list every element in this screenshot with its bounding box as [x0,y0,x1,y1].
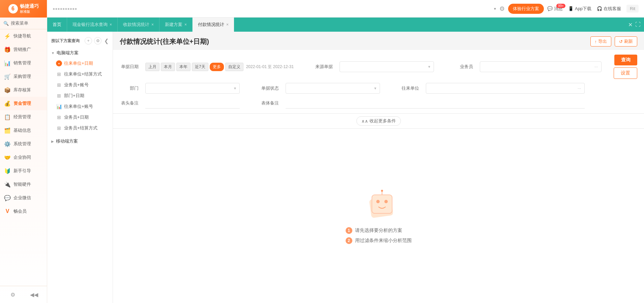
user-display: Rit [626,5,639,12]
body-note-input[interactable] [286,98,585,109]
tab-receivable-close[interactable]: × [151,22,154,27]
online-service-btn[interactable]: 🎧 在线客服 [597,6,621,12]
sidebar-item-guide[interactable]: 🔰 新手引导 [0,164,47,178]
panel-item-label: 业务员+账号 [64,82,89,88]
sidebar-item-label: 基础信息 [13,127,31,133]
app-download-btn[interactable]: 📱 App下载 [568,6,591,12]
tab-bank-flow-close[interactable]: × [110,22,112,27]
panel-section-mobile: ▶ 移动端方案 [47,135,113,148]
date-btn-custom[interactable]: 自定义 [225,63,243,71]
logo-icon: 6 [8,4,18,13]
collapse-bar[interactable]: ∧∧ 收起更多条件 [113,114,644,129]
date-btn-more[interactable]: 更多 [210,63,224,71]
online-service-label: 在线客服 [604,6,621,12]
tab-payment-stats[interactable]: 付款情况统计 × [193,18,234,32]
dept-select[interactable]: ▾ [145,83,240,94]
panel-item-staff-date[interactable]: ⊞ 业务员+日期 [47,112,113,123]
tab-new-plan[interactable]: 新建方案 × [159,18,193,32]
tab-payment-stats-close[interactable]: × [226,22,229,27]
search-menu-label: 搜索菜单 [11,20,28,26]
sidebar-item-sales[interactable]: 📊 销售管理 [0,56,47,70]
tab-receivable[interactable]: 收款情况统计 × [118,18,159,32]
business-icon: 📋 [4,114,11,120]
query-btn[interactable]: 查询 [614,55,637,65]
sidebar-item-quick-nav[interactable]: ⚡ 快捷导航 [0,29,47,43]
topbar-dropdown-btn[interactable]: ▾ [494,6,496,11]
panel-item-partner-settle[interactable]: ⊞ 往来单位+结算方式 [47,69,113,80]
tab-close-all-btn[interactable]: ✕ [628,22,633,28]
side-panel-collapse-btn[interactable]: ❮ [104,38,109,44]
panel-item-label: 往来单位+账号 [64,103,93,110]
empty-tip-2: 2 用过滤条件来缩小分析范围 [346,237,412,244]
source-select[interactable]: ▾ [340,61,434,72]
staff-select[interactable]: ··· [480,61,602,72]
tab-maximize-btn[interactable]: ⛶ [635,22,641,28]
sidebar-item-finance[interactable]: 💰 资金管理 [0,97,47,110]
sidebar-item-label: 新手引导 [13,168,31,174]
quick-nav-icon: ⚡ [4,33,11,39]
sidebar-item-enterprise[interactable]: 🤝 企业协同 [0,151,47,164]
panel-item-dept-date[interactable]: ⊞ 部门+日期 [47,90,113,101]
guide-icon: 🔰 [4,168,11,174]
sidebar-item-inventory[interactable]: 📦 库存核算 [0,83,47,97]
date-btn-this-year[interactable]: 本年 [176,63,191,71]
panel-section-desktop-label: 电脑端方案 [57,50,79,56]
tab-bank-flow[interactable]: 现金银行流水查询 × [67,18,118,32]
sidebar-item-system[interactable]: ⚙️ 系统管理 [0,137,47,151]
side-panel: 按以下方案查询 + ⚙ ❮ ▼ 电脑端方案 ● 往来单位+日期 ⊞ [47,32,113,303]
date-btn-last-month[interactable]: 上月 [145,63,159,71]
search-menu-item[interactable]: 🔍 搜索菜单 [0,18,47,29]
sidebar-item-business[interactable]: 📋 经营管理 [0,110,47,124]
partner-select[interactable]: ··· [426,83,585,94]
sidebar-item-vip[interactable]: V 畅会员 [0,205,47,218]
sidebar-item-marketing[interactable]: 🎁 营销推广 [0,43,47,56]
notifications-btn[interactable]: 💬 消息 99+ [547,6,563,12]
sidebar-settings-btn[interactable]: ⚙ [3,290,22,300]
marketing-icon: 🎁 [4,46,11,53]
side-panel-settings-btn[interactable]: ⚙ [94,37,101,44]
collapse-conditions-btn[interactable]: ∧∧ 收起更多条件 [356,116,401,126]
sidebar-item-basic[interactable]: 🗂️ 基础信息 [0,124,47,137]
sidebar-item-label: 营销推广 [13,47,31,53]
hardware-icon: 🔌 [4,181,11,188]
refresh-btn[interactable]: ↺ 刷新 [615,36,637,47]
tab-bank-flow-label: 现金银行流水查询 [72,22,108,28]
panel-section-mobile-title[interactable]: ▶ 移动端方案 [47,136,113,146]
topbar: ●●●●●●●●●● ▾ ⚙ 体验行业方案 💬 消息 99+ 📱 App下载 🎧… [47,0,644,18]
panel-item-partner-account[interactable]: 📊 往来单位+账号 [47,101,113,112]
sidebar-collapse-btn[interactable]: ◀◀ [25,290,44,300]
sidebar-item-label: 库存核算 [13,87,31,93]
tab-new-plan-close[interactable]: × [184,22,187,27]
panel-section-mobile-arrow: ▶ [51,140,54,143]
dept-select-arrow: ▾ [234,86,236,91]
tip-2-text: 用过滤条件来缩小分析范围 [355,238,412,244]
export-btn[interactable]: ↑ 导出 [590,36,612,47]
header-note-input[interactable] [145,98,240,109]
panel-item-partner-date[interactable]: ● 往来单位+日期 [47,58,113,69]
sidebar-item-weixin[interactable]: 💬 企业微信 [0,191,47,205]
page-header-actions: ↑ 导出 ↺ 刷新 [590,36,638,47]
doc-status-select[interactable]: ▾ [286,83,380,94]
partner-label: 往来单位 [400,85,419,91]
trial-btn[interactable]: 体验行业方案 [508,4,544,14]
date-buttons: 上月 本月 本年 近7天 更多 自定义 2022-01-01 至 2022-12… [145,63,294,71]
topbar-settings-btn[interactable]: ⚙ [499,5,505,12]
sidebar-item-label: 资金管理 [13,100,31,107]
filter-row-1: 单据日期 上月 本月 本年 近7天 更多 自定义 2022-01-01 至 20… [120,55,637,79]
dept-label: 部门 [120,85,139,91]
side-panel-add-btn[interactable]: + [85,37,92,44]
panel-item-staff-account[interactable]: ⊞ 业务员+账号 [47,80,113,90]
date-btn-7days[interactable]: 近7天 [192,63,208,71]
panel-item-label: 业务员+结算方式 [64,125,97,131]
date-btn-this-month[interactable]: 本月 [161,63,175,71]
tabbar-actions: ✕ ⛶ [625,18,644,32]
sidebar-item-purchase[interactable]: 🛒 采购管理 [0,70,47,83]
svg-point-3 [376,200,380,203]
panel-section-desktop-title[interactable]: ▼ 电脑端方案 [47,48,113,58]
filter-settings-btn[interactable]: 设置 [614,67,637,79]
panel-item-staff-settle[interactable]: ⊞ 业务员+结算方式 [47,123,113,133]
filter-row-2: 部门 ▾ 单据状态 ▾ 往来单位 ··· [120,83,637,94]
sidebar-item-hardware[interactable]: 🔌 智能硬件 [0,178,47,191]
sidebar-item-label: 经营管理 [13,114,31,120]
tab-home[interactable]: 首页 [47,18,67,32]
